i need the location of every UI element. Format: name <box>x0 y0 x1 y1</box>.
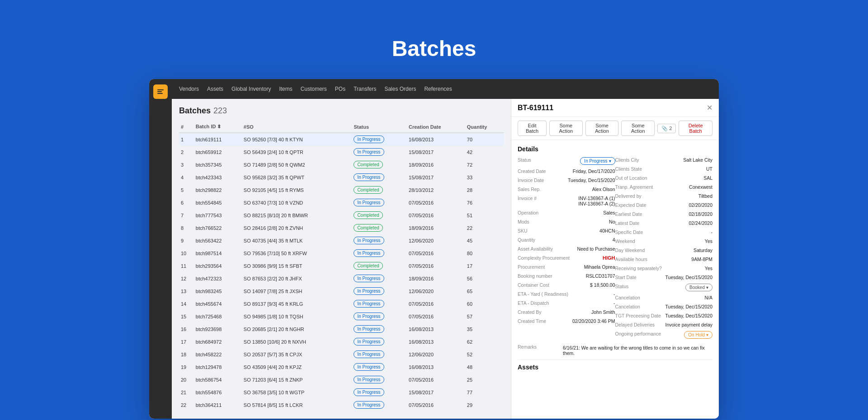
delayed-row: Delayed Deliveries Invoice payment delay <box>615 322 713 327</box>
attachment-badge[interactable]: 📎 2 <box>657 124 676 133</box>
row-so: SO 13850 [10/6] 20 ft NXVH <box>242 336 352 348</box>
col-so: #SO <box>242 121 352 133</box>
row-num: 11 <box>179 260 194 272</box>
table-row[interactable]: 8 btch766522 SO 28416 [2/8] 20 ft ZVNH C… <box>179 222 504 234</box>
table-row[interactable]: 7 btch777543 SO 88215 [8/10] 20 ft BMWR … <box>179 209 504 222</box>
table-row[interactable]: 21 btch554876 SO 36758 [3/5] 10 ft WGTP … <box>179 386 504 399</box>
row-num: 14 <box>179 298 194 310</box>
nav-items[interactable]: Items <box>279 86 292 92</box>
table-row[interactable]: 4 btch423343 SO 95628 [3/2] 35 ft QPWT I… <box>179 171 504 184</box>
main-area: Vendors Assets Global Inventory Items Cu… <box>172 79 719 419</box>
container-cost-row: Container Cost $ 18,500.00 <box>518 282 615 288</box>
row-qty: 56 <box>465 272 504 285</box>
tgt-value: Tuesday, Dec/15/2020 <box>661 313 712 318</box>
row-qty: 29 <box>465 399 504 411</box>
row-date: 16/08/2013 <box>407 336 465 348</box>
app-container: Vendors Assets Global Inventory Items Cu… <box>149 79 719 419</box>
complexity-value: HIGH <box>570 255 615 261</box>
row-date: 16/08/2013 <box>407 133 465 146</box>
table-row[interactable]: 5 btch298822 SO 92105 [4/5] 15 ft RYMS C… <box>179 184 504 196</box>
mods-row: Mods No <box>518 219 615 224</box>
tranp-agreement-value: Conexwest <box>660 184 713 190</box>
some-action-3-button[interactable]: Some Action <box>621 121 655 136</box>
table-row[interactable]: 9 btch563422 SO 40735 [4/4] 35 ft MTLK I… <box>179 234 504 247</box>
row-batch-id: btch357345 <box>194 159 242 171</box>
row-status: In Progress <box>352 247 407 260</box>
invoice-value: INV-136967-A (1) INV-136967-A (2) <box>563 196 615 206</box>
table-row[interactable]: 6 btch554845 SO 63740 [7/3] 10 ft VZND I… <box>179 196 504 209</box>
mods-value: No <box>563 219 615 224</box>
row-date: 18/09/2016 <box>407 159 465 171</box>
row-status: In Progress <box>352 285 407 298</box>
nav-assets[interactable]: Assets <box>207 86 223 92</box>
clients-state-label: Clients State <box>615 166 660 172</box>
row-so: SO 63740 [7/3] 10 ft VZND <box>242 196 352 209</box>
start-date-label: Start Date <box>615 275 660 280</box>
row-num: 9 <box>179 234 194 247</box>
some-action-2-button[interactable]: Some Action <box>585 121 619 136</box>
nav-vendors[interactable]: Vendors <box>179 86 199 92</box>
specific-date-value: - <box>660 229 713 235</box>
table-row[interactable]: 18 btch458222 SO 20537 [5/7] 35 ft CPJX … <box>179 348 504 361</box>
col-date: Creation Date <box>407 121 465 133</box>
table-row[interactable]: 22 btch364211 SO 57814 [8/5] 15 ft LCKR … <box>179 399 504 411</box>
table-row[interactable]: 20 btch586754 SO 71203 [6/4] 15 ft ZNKP … <box>179 373 504 386</box>
sidebar-logo[interactable] <box>153 84 168 99</box>
row-so: SO 94985 [1/8] 10 ft TQSH <box>242 310 352 323</box>
row-status: Completed <box>352 260 407 272</box>
row-status: Completed <box>352 209 407 222</box>
booked-dropdown[interactable]: Booked ▾ <box>685 284 712 291</box>
table-row[interactable]: 10 btch987514 SO 79536 [7/10] 50 ft XRFW… <box>179 247 504 260</box>
table-row[interactable]: 13 btch983245 SO 14097 [7/8] 25 ft JXSH … <box>179 285 504 298</box>
row-date: 15/08/2017 <box>407 386 465 399</box>
table-row[interactable]: 15 btch725468 SO 94985 [1/8] 10 ft TQSH … <box>179 310 504 323</box>
row-status: In Progress <box>352 133 407 146</box>
nav-references[interactable]: References <box>424 86 452 92</box>
earliest-date-label: Earliest Date <box>615 211 660 217</box>
status-dropdown[interactable]: In Progress ▾ <box>580 157 615 165</box>
nav-pos[interactable]: POs <box>335 86 345 92</box>
row-date: 12/06/2020 <box>407 285 465 298</box>
top-nav: Vendors Assets Global Inventory Items Cu… <box>172 79 719 99</box>
table-row[interactable]: 11 btch293564 SO 30986 [9/9] 15 ft SFBT … <box>179 260 504 272</box>
quantity-row: Quantity 4 <box>518 237 615 243</box>
eta-dispatch-row: ETA - Dispatch - <box>518 300 615 306</box>
nav-global-inventory[interactable]: Global Inventory <box>231 86 271 92</box>
ongoing-value[interactable]: On Hold ▾ <box>661 331 712 339</box>
details-section-title: Details <box>518 145 712 153</box>
expected-date-value: 02/20/2020 <box>660 202 713 208</box>
eta-dispatch-value: - <box>563 300 615 306</box>
row-batch-id: btch423343 <box>194 171 242 184</box>
table-row[interactable]: 16 btch923698 SO 20685 [2/1] 20 ft NGHR … <box>179 323 504 336</box>
table-row[interactable]: 14 btch455674 SO 89137 [9/3] 45 ft KRLG … <box>179 298 504 310</box>
clients-city-row: Clients City Salt Lake City <box>615 157 713 163</box>
status2-value[interactable]: Booked ▾ <box>660 284 713 291</box>
remarks-label: Remarks <box>518 344 563 350</box>
nav-transfers[interactable]: Transfers <box>354 86 376 92</box>
row-qty: 48 <box>465 361 504 373</box>
nav-sales-orders[interactable]: Sales Orders <box>384 86 416 92</box>
row-status: In Progress <box>352 171 407 184</box>
table-row[interactable]: 1 btch619111 SO 95260 [7/3] 40 ft KTYN I… <box>179 133 504 146</box>
nav-customers[interactable]: Customers <box>301 86 327 92</box>
edit-batch-button[interactable]: Edit Batch <box>518 121 547 136</box>
close-icon[interactable]: ✕ <box>707 103 712 112</box>
table-row[interactable]: 2 btch659912 SO 56439 [2/4] 10 ft QPTR I… <box>179 146 504 159</box>
table-row[interactable]: 3 btch357345 SO 71489 [2/8] 50 ft QWM2 C… <box>179 159 504 171</box>
status-badge-detail[interactable]: In Progress ▾ <box>563 157 615 165</box>
delete-batch-button[interactable]: Delete Batch <box>679 121 712 136</box>
row-batch-id: btch458222 <box>194 348 242 361</box>
container-cost-value: $ 18,500.00 <box>563 282 615 288</box>
row-status: Completed <box>352 222 407 234</box>
table-row[interactable]: 19 btch129478 SO 43509 [4/4] 20 ft KPJZ … <box>179 361 504 373</box>
row-num: 5 <box>179 184 194 196</box>
table-header-row: Batches 223 <box>179 106 504 116</box>
row-so: SO 71489 [2/8] 50 ft QWM2 <box>242 159 352 171</box>
status-row: Status In Progress ▾ <box>518 157 615 165</box>
sales-rep-label: Sales Rep. <box>518 187 563 192</box>
table-row[interactable]: 17 btch684972 SO 13850 [10/6] 20 ft NXVH… <box>179 336 504 348</box>
some-action-1-button[interactable]: Some Action <box>549 121 583 136</box>
table-row[interactable]: 12 btch472323 SO 87653 [2/2] 20 ft JHFX … <box>179 272 504 285</box>
on-hold-dropdown[interactable]: On Hold ▾ <box>684 331 712 339</box>
row-batch-id: btch725468 <box>194 310 242 323</box>
